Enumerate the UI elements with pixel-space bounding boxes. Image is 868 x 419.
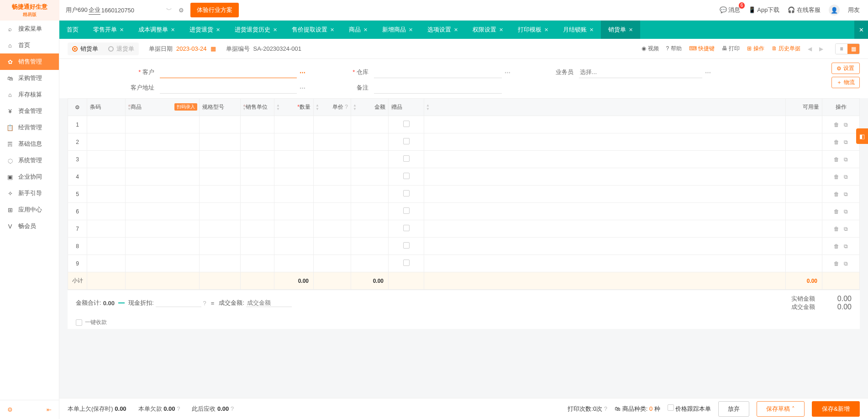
gift-checkbox[interactable] [403,173,410,179]
copy-icon[interactable]: ⧉ [844,191,848,197]
one-click-checkbox[interactable] [76,319,82,326]
radio-return[interactable] [108,46,114,52]
col-qty[interactable]: ▲▼*数量 [274,99,314,116]
tab-12[interactable]: 销货单✕ [601,21,640,39]
messages-link[interactable]: 💬 消息 6 [720,6,741,14]
sidebar-item-2[interactable]: ✿销售管理 [0,53,59,70]
gift-checkbox[interactable] [403,207,410,214]
discount-input[interactable] [156,299,201,307]
sidebar-item-11[interactable]: ⊞应用中心 [0,202,59,218]
setting-button[interactable]: ⚙设置 [831,63,860,74]
track-checkbox[interactable] [668,404,674,411]
close-icon[interactable]: ✕ [120,27,124,33]
close-icon[interactable]: ✕ [363,27,368,33]
sidebar-item-8[interactable]: ◌系统管理 [0,152,59,169]
discard-button[interactable]: 放弃 [718,401,749,417]
collapse-icon[interactable]: ⇤ [47,406,52,413]
close-icon[interactable]: ✕ [544,27,548,33]
close-icon[interactable]: ✕ [171,27,175,33]
tab-7[interactable]: 新增商品✕ [375,21,420,39]
support-link[interactable]: 🎧 在线客服 [788,6,821,14]
table-row[interactable]: 4🗑⧉ [68,168,860,186]
sidebar-item-5[interactable]: ¥资金管理 [0,103,59,119]
avatar[interactable]: 👤 [829,5,840,16]
table-row[interactable]: 5🗑⧉ [68,186,860,203]
copy-icon[interactable]: ⧉ [844,174,848,180]
tab-1[interactable]: 零售开单✕ [86,21,131,39]
tab-0[interactable]: 首页 [59,21,86,39]
copy-icon[interactable]: ⧉ [844,208,848,215]
account-selector[interactable]: 用户690 企业 1660120750 [66,6,134,15]
gift-checkbox[interactable] [403,225,410,231]
copy-icon[interactable]: ⧉ [844,260,848,267]
copy-icon[interactable]: ⧉ [844,122,848,128]
table-row[interactable]: 8🗑⧉ [68,238,860,255]
tab-9[interactable]: 权限设置✕ [465,21,510,39]
close-icon[interactable]: ✕ [454,27,458,33]
gift-checkbox[interactable] [403,155,410,162]
prev-doc-icon[interactable]: ◀ [808,46,812,52]
address-input[interactable] [160,82,297,94]
delete-icon[interactable]: 🗑 [834,191,839,197]
logistics-button[interactable]: ＋物流 [831,77,860,88]
delete-icon[interactable]: 🗑 [834,208,839,215]
close-icon[interactable]: ✕ [589,27,594,33]
copy-icon[interactable]: ⧉ [844,243,848,249]
help-icon[interactable]: ? [203,300,206,307]
tab-3[interactable]: 进货退货✕ [182,21,227,39]
customer-lookup-icon[interactable]: ⋯ [300,69,305,76]
sidebar-item-1[interactable]: ⌂首页 [0,37,59,53]
salesman-lookup-icon[interactable]: ⋯ [705,69,711,76]
col-price[interactable]: ▲▼单价 ? [314,99,351,116]
copy-icon[interactable]: ⧉ [844,139,848,145]
table-row[interactable]: 9🗑⧉ [68,255,860,272]
trial-button[interactable]: 体验行业方案 [190,3,239,17]
delete-icon[interactable]: 🗑 [834,174,839,180]
calendar-icon[interactable]: ▦ [210,45,216,52]
gift-checkbox[interactable] [403,260,410,266]
salesman-input[interactable] [579,66,702,78]
col-barcode[interactable]: ▲▼条码 [87,99,126,116]
table-row[interactable]: 2🗑⧉ [68,133,860,151]
gift-checkbox[interactable] [403,190,410,196]
radio-sale[interactable] [72,46,78,52]
sidebar-item-3[interactable]: 🛍采购管理 [0,70,59,86]
sidebar-item-0[interactable]: ⌕搜索菜单 [0,21,59,37]
copy-icon[interactable]: ⧉ [844,156,848,163]
history-link[interactable]: 🗎 历史单据 [772,45,800,53]
table-row[interactable]: 6🗑⧉ [68,203,860,220]
tab-4[interactable]: 进货退货历史✕ [227,21,284,39]
tab-8[interactable]: 选项设置✕ [420,21,465,39]
table-row[interactable]: 7🗑⧉ [68,220,860,238]
view-list[interactable]: ≡ [836,44,847,54]
tab-2[interactable]: 成本调整单✕ [131,21,182,39]
delete-icon[interactable]: 🗑 [834,226,839,232]
col-gear[interactable]: ⚙ [68,99,87,116]
tab-5[interactable]: 售价提取设置✕ [284,21,342,39]
print-link[interactable]: 🖶 打印 [722,45,740,53]
draft-button[interactable]: 保存草稿 ˄ [757,401,805,417]
col-amount[interactable]: ▲▼金额 [351,99,389,116]
sidebar-item-10[interactable]: ✧新手引导 [0,185,59,202]
close-icon[interactable]: ✕ [499,27,503,33]
operate-link[interactable]: ⊞ 操作 [747,45,764,53]
save-button[interactable]: 保存&新增 [812,401,860,417]
remark-input[interactable] [374,82,502,94]
col-gift[interactable]: ▲▼赠品 [389,99,424,116]
gear-icon[interactable]: ⚙ [179,7,184,14]
tab-10[interactable]: 打印模板✕ [510,21,556,39]
close-icon[interactable]: ✕ [330,27,334,33]
sidebar-item-4[interactable]: ⌂库存核算 [0,86,59,103]
video-link[interactable]: ◉ 视频 [642,45,658,53]
delete-icon[interactable]: 🗑 [834,260,839,267]
col-product[interactable]: ▲▼*商品扫码录入 [126,99,200,116]
help-link[interactable]: ? 帮助 [666,45,682,53]
warehouse-input[interactable] [374,66,502,78]
warehouse-lookup-icon[interactable]: ⋯ [505,69,510,76]
customer-input[interactable] [160,66,297,78]
scan-tag[interactable]: 扫码录入 [174,103,197,111]
close-icon[interactable]: ✕ [409,27,413,33]
delete-icon[interactable]: 🗑 [834,139,839,145]
account-link[interactable]: 企业 [89,6,100,15]
gift-checkbox[interactable] [403,138,410,144]
